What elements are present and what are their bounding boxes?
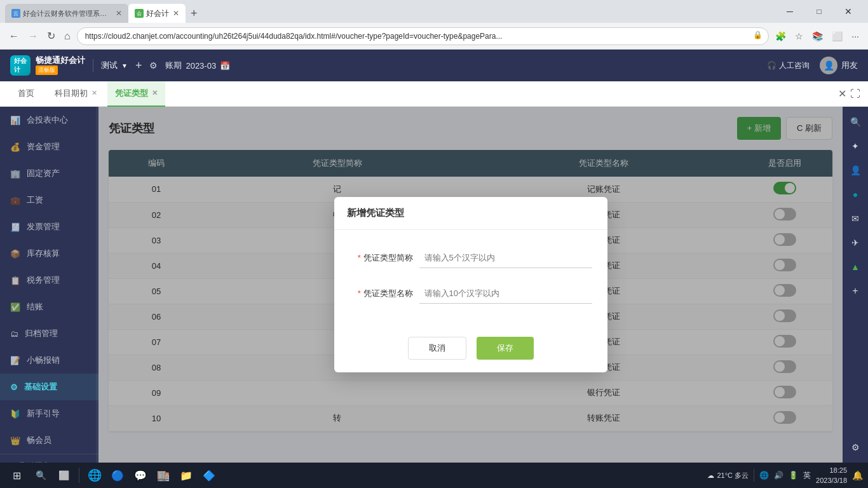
taskbar-weather: ☁ 21°C 多云	[707, 471, 749, 480]
calendar-icon[interactable]: 📅	[220, 61, 230, 71]
tab-expand-button[interactable]: ⛶	[850, 88, 860, 100]
member-icon: 👑	[10, 436, 20, 445]
tax-icon: 📋	[10, 276, 20, 285]
tab-subject-close[interactable]: ✕	[92, 89, 97, 97]
tab-home[interactable]: 首页	[8, 81, 44, 107]
taskbar-store[interactable]: 🏬	[153, 465, 173, 485]
close-window-button[interactable]: ✕	[834, 2, 863, 21]
content-area: 凭证类型 + 新增 C 刷新 编码 凭证类型简称 凭证类型名称 是否启用	[98, 107, 843, 463]
window-controls: ─ □ ✕	[775, 2, 863, 21]
collections-button[interactable]: 📚	[810, 29, 825, 44]
modal-overlay: 新增凭证类型 * 凭证类型简称 * 凭证类型名称	[98, 107, 843, 463]
extensions-button[interactable]: 🧩	[773, 29, 789, 44]
tab2-label: 好会计	[146, 8, 169, 19]
modal-footer: 取消 保存	[334, 329, 607, 372]
settings-gear-button[interactable]: ⚙	[149, 60, 158, 71]
taskbar-lang: 英	[803, 470, 811, 481]
forward-button[interactable]: →	[25, 28, 41, 44]
right-icon-mail[interactable]: ✉	[845, 208, 865, 229]
sidebar-item-guide[interactable]: 🔰 新手引导	[0, 400, 98, 427]
right-icon-gear[interactable]: ⚙	[845, 437, 865, 458]
minimize-button[interactable]: ─	[775, 2, 804, 21]
sidebar-item-fixed-assets[interactable]: 🏢 固定资产	[0, 160, 98, 187]
address-input[interactable]	[77, 27, 770, 45]
period-value: 2023-03	[186, 61, 216, 71]
tab-voucher-type[interactable]: 凭证类型 ✕	[107, 81, 165, 107]
taskbar-chrome[interactable]: 🔵	[107, 465, 128, 485]
sidebar-settings-label: 基础设置	[24, 381, 57, 393]
sidebar-item-capital[interactable]: 💰 资金管理	[0, 133, 98, 160]
browser-tab-2[interactable]: 会 好会计 ✕	[128, 4, 186, 23]
abbr-label: * 凭证类型简称	[349, 252, 419, 264]
tab2-close[interactable]: ✕	[173, 9, 179, 18]
name-input[interactable]	[419, 283, 592, 304]
logo-badge: 流畅版	[36, 65, 58, 75]
sidebar-bottom[interactable]: ◀ 取消固定	[0, 454, 98, 463]
taskbar-separator-2	[754, 469, 754, 482]
header-right: 🎧 人工咨询 👤 用友	[767, 57, 858, 74]
back-button[interactable]: ←	[6, 28, 22, 44]
company-name: 测试	[101, 60, 118, 71]
company-selector[interactable]: 测试 ▼	[101, 60, 128, 71]
tab-minimize-button[interactable]: ✕	[838, 88, 846, 100]
taskbar-task-view[interactable]: ⬜	[53, 465, 74, 485]
right-icon-star[interactable]: ✦	[845, 136, 865, 156]
taskbar-separator-1	[79, 468, 79, 483]
browser-tab-1[interactable]: 云 好会计云财务软件管理系统_会计 ✕	[5, 4, 128, 23]
new-tab-button[interactable]: +	[186, 4, 203, 23]
sidebar-item-invoice[interactable]: 🧾 发票管理	[0, 214, 98, 240]
tab-subject-label: 科目期初	[55, 88, 88, 99]
right-icon-plus[interactable]: +	[845, 281, 865, 301]
tab1-close[interactable]: ✕	[116, 9, 122, 18]
archive-icon: 🗂	[10, 329, 18, 339]
settings-icon: ⚙	[10, 383, 18, 392]
reload-button[interactable]: ↻	[44, 27, 58, 44]
sidebar-dashboard-label: 会投表中心	[27, 114, 68, 126]
capital-icon: 💰	[10, 142, 20, 152]
sidebar-item-tax[interactable]: 📋 税务管理	[0, 267, 98, 294]
sidebar-item-checkout[interactable]: ✅ 结账	[0, 294, 98, 320]
tab-voucher-close[interactable]: ✕	[152, 89, 158, 97]
sidebar-item-inventory[interactable]: 📦 库存核算	[0, 240, 98, 267]
taskbar: ⊞ 🔍 ⬜ 🌐 🔵 💬 🏬 📁 🔷 ☁ 21°C 多云 🌐 🔊 🔋 英 18:2…	[0, 463, 868, 488]
right-icon-circle[interactable]: ●	[845, 184, 865, 205]
sidebar-item-salary[interactable]: 💼 工资	[0, 187, 98, 214]
split-screen-button[interactable]: ⬜	[829, 29, 845, 44]
abbr-input[interactable]	[419, 248, 592, 268]
right-icon-search[interactable]: 🔍	[845, 112, 865, 132]
taskbar-edge[interactable]: 🌐	[85, 465, 105, 485]
weather-icon: ☁	[707, 471, 714, 480]
right-icon-send[interactable]: ✈	[845, 233, 865, 253]
taskbar-notification[interactable]: 🔔	[852, 470, 863, 480]
sidebar-item-dashboard[interactable]: 📊 会投表中心	[0, 107, 98, 133]
right-icon-green[interactable]: ▲	[845, 257, 865, 277]
right-icon-user[interactable]: 👤	[845, 160, 865, 180]
name-label: * 凭证类型名称	[349, 288, 419, 299]
consult-label: 人工咨询	[779, 60, 810, 71]
modal: 新增凭证类型 * 凭证类型简称 * 凭证类型名称	[334, 197, 607, 372]
sidebar-item-member[interactable]: 👑 畅会员	[0, 427, 98, 454]
taskbar-search[interactable]: 🔍	[31, 465, 51, 485]
sidebar-item-report[interactable]: 📝 小畅报销	[0, 347, 98, 374]
sidebar-item-archive[interactable]: 🗂 归档管理	[0, 320, 98, 347]
app-header: 好会计 畅捷通好会计 流畅版 测试 ▼ + ⚙ 账期 2023-03 📅 🎧 人…	[0, 50, 868, 81]
settings-button[interactable]: ···	[849, 29, 862, 44]
maximize-button[interactable]: □	[804, 2, 834, 21]
tab-subject[interactable]: 科目期初 ✕	[47, 81, 105, 107]
taskbar-edge2[interactable]: 🔷	[199, 465, 219, 485]
save-button[interactable]: 保存	[477, 337, 534, 360]
user-area[interactable]: 👤 用友	[820, 57, 858, 74]
taskbar-network: 🌐	[759, 471, 769, 480]
sidebar-item-settings[interactable]: ⚙ 基础设置	[0, 374, 98, 400]
pin-icon: ◀	[10, 462, 16, 463]
taskbar-folder[interactable]: 📁	[176, 465, 196, 485]
home-button[interactable]: ⌂	[62, 28, 73, 44]
taskbar-wechat[interactable]: 💬	[130, 465, 151, 485]
add-company-button[interactable]: +	[135, 59, 142, 72]
tab2-favicon: 会	[135, 9, 144, 18]
weather-text: 21°C 多云	[717, 471, 749, 480]
favorites-button[interactable]: ☆	[792, 29, 806, 44]
start-button[interactable]: ⊞	[5, 465, 28, 485]
cancel-button[interactable]: 取消	[408, 337, 466, 360]
consult-btn[interactable]: 🎧 人工咨询	[767, 60, 810, 71]
